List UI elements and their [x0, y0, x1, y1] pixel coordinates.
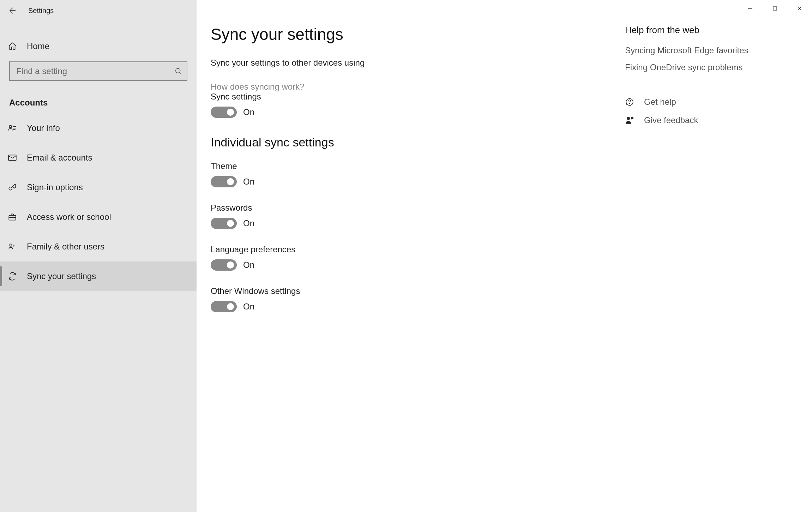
- sidebar-item-signin-options[interactable]: Sign-in options: [0, 173, 197, 202]
- svg-point-1: [176, 68, 180, 73]
- sidebar-item-label: Your info: [27, 123, 60, 133]
- sidebar-item-label: Email & accounts: [27, 153, 92, 163]
- help-heading: Help from the web: [625, 25, 798, 36]
- sidebar-item-home[interactable]: Home: [0, 35, 197, 57]
- search-input[interactable]: [9, 61, 187, 81]
- sidebar-header: Settings: [0, 0, 197, 21]
- other-windows-label: Other Windows settings: [211, 286, 576, 296]
- sidebar-item-sync-settings[interactable]: Sync your settings: [0, 261, 197, 291]
- svg-point-7: [629, 103, 630, 104]
- people-icon: [8, 242, 17, 251]
- window-title: Settings: [28, 7, 54, 15]
- sidebar-item-email-accounts[interactable]: Email & accounts: [0, 143, 197, 173]
- toggle-knob: [227, 178, 234, 185]
- search-container: [9, 61, 187, 81]
- theme-toggle[interactable]: [211, 176, 237, 187]
- sidebar-item-label: Sign-in options: [27, 182, 83, 192]
- sync-icon: [8, 272, 17, 281]
- maximize-icon: [772, 6, 778, 11]
- svg-rect-5: [9, 216, 16, 220]
- give-feedback-label: Give feedback: [644, 115, 698, 125]
- sync-settings-toggle[interactable]: [211, 107, 237, 118]
- key-icon: [8, 183, 17, 192]
- support-list: Get help Give feedback: [625, 97, 798, 125]
- how-syncing-works-link[interactable]: How does syncing work?: [211, 82, 304, 91]
- other-windows-row: On: [211, 301, 576, 312]
- help-link-onedrive[interactable]: Fixing OneDrive sync problems: [625, 62, 798, 72]
- settings-window: Settings Home Accounts Your info: [0, 0, 812, 512]
- theme-row: On: [211, 176, 576, 187]
- sidebar-item-label: Sync your settings: [27, 271, 96, 281]
- sync-settings-state: On: [243, 107, 254, 117]
- briefcase-icon: [8, 212, 17, 222]
- titlebar-controls: [738, 0, 812, 17]
- minimize-button[interactable]: [738, 0, 763, 17]
- passwords-state: On: [243, 218, 254, 228]
- page-title: Sync your settings: [211, 25, 576, 44]
- sidebar-item-label: Family & other users: [27, 242, 104, 252]
- toggle-knob: [227, 220, 234, 227]
- main-content: Sync your settings Sync your settings to…: [197, 0, 812, 512]
- contact-card-icon: [8, 124, 17, 133]
- question-bubble-icon: [625, 97, 634, 107]
- toggle-knob: [227, 109, 234, 116]
- search-icon: [175, 61, 182, 81]
- svg-point-8: [627, 117, 630, 120]
- theme-label: Theme: [211, 161, 576, 171]
- individual-heading: Individual sync settings: [211, 135, 576, 149]
- sidebar-item-label: Access work or school: [27, 212, 111, 222]
- close-icon: [797, 6, 802, 11]
- back-arrow-icon: [8, 6, 16, 15]
- language-row: On: [211, 259, 576, 271]
- back-button[interactable]: [6, 5, 18, 16]
- minimize-icon: [747, 6, 753, 11]
- get-help-link[interactable]: Get help: [625, 97, 798, 107]
- svg-rect-0: [773, 7, 777, 10]
- toggle-knob: [227, 261, 234, 269]
- passwords-row: On: [211, 218, 576, 229]
- language-toggle[interactable]: [211, 259, 237, 271]
- sidebar-item-your-info[interactable]: Your info: [0, 113, 197, 143]
- sync-settings-label: Sync settings: [211, 92, 576, 102]
- other-windows-toggle[interactable]: [211, 301, 237, 312]
- feedback-icon: [625, 116, 634, 125]
- svg-point-6: [10, 244, 12, 246]
- close-button[interactable]: [787, 0, 812, 17]
- sidebar-item-family-users[interactable]: Family & other users: [0, 232, 197, 261]
- maximize-button[interactable]: [763, 0, 787, 17]
- sync-settings-row: On: [211, 107, 576, 118]
- sidebar: Settings Home Accounts Your info: [0, 0, 197, 512]
- help-panel: Help from the web Syncing Microsoft Edge…: [625, 25, 798, 512]
- passwords-toggle[interactable]: [211, 218, 237, 229]
- other-windows-state: On: [243, 302, 254, 312]
- content-column: Sync your settings Sync your settings to…: [211, 25, 576, 512]
- get-help-label: Get help: [644, 97, 676, 107]
- home-icon: [8, 42, 17, 51]
- svg-point-4: [9, 187, 12, 190]
- sidebar-category: Accounts: [0, 81, 197, 113]
- toggle-knob: [227, 303, 234, 310]
- language-label: Language preferences: [211, 245, 576, 254]
- give-feedback-link[interactable]: Give feedback: [625, 115, 798, 125]
- language-state: On: [243, 260, 254, 270]
- theme-state: On: [243, 177, 254, 187]
- sync-description: Sync your settings to other devices usin…: [211, 58, 576, 68]
- sidebar-nav: Your info Email & accounts Sign-in optio…: [0, 113, 197, 291]
- sidebar-item-access-work-school[interactable]: Access work or school: [0, 202, 197, 232]
- home-label: Home: [27, 41, 49, 51]
- mail-icon: [8, 153, 17, 162]
- passwords-label: Passwords: [211, 203, 576, 213]
- svg-point-2: [9, 125, 11, 128]
- svg-rect-3: [8, 155, 16, 160]
- help-link-edge-favorites[interactable]: Syncing Microsoft Edge favorites: [625, 46, 798, 55]
